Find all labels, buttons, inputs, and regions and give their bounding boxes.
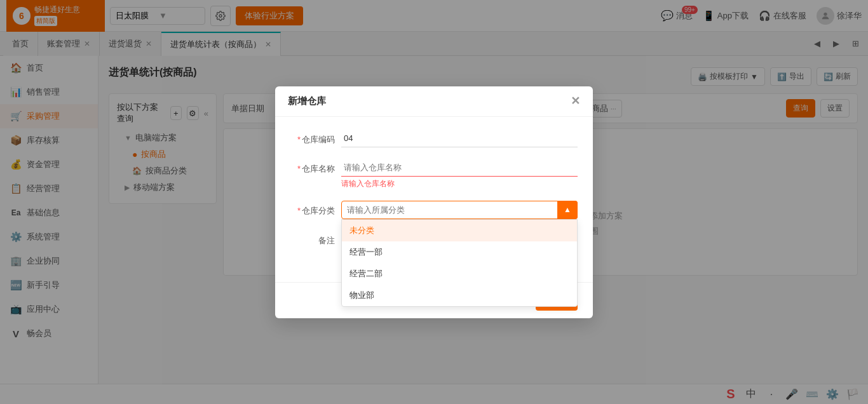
dialog-header: 新增仓库 ✕ bbox=[275, 86, 593, 117]
category-dropdown-list: 未分类 经营一部 经营二部 物业部 bbox=[341, 219, 578, 307]
form-row-category: *仓库分类 ▲ 未分类 经营一部 经营二部 物业部 bbox=[290, 201, 578, 219]
form-row-name: *仓库名称 请输入仓库名称 bbox=[290, 159, 578, 189]
warehouse-name-label: *仓库名称 bbox=[290, 159, 341, 175]
warehouse-code-wrap bbox=[341, 130, 578, 147]
category-dropdown-toggle[interactable]: ▲ bbox=[557, 201, 578, 219]
warehouse-category-input[interactable] bbox=[341, 201, 578, 219]
dropdown-option-ops1[interactable]: 经营一部 bbox=[342, 241, 577, 263]
warehouse-name-input[interactable] bbox=[341, 159, 578, 177]
modal-overlay: 新增仓库 ✕ *仓库编码 *仓库名称 请输入仓库名称 bbox=[0, 0, 868, 404]
dropdown-option-ops2[interactable]: 经营二部 bbox=[342, 263, 577, 285]
warehouse-code-input[interactable] bbox=[341, 130, 578, 147]
dialog-body: *仓库编码 *仓库名称 请输入仓库名称 *仓库分类 bbox=[275, 117, 593, 282]
dialog-close-btn[interactable]: ✕ bbox=[571, 95, 580, 107]
dialog-title: 新增仓库 bbox=[288, 95, 326, 107]
warehouse-name-error: 请输入仓库名称 bbox=[341, 178, 578, 189]
form-row-code: *仓库编码 bbox=[290, 130, 578, 147]
warehouse-category-wrap: ▲ 未分类 经营一部 经营二部 物业部 bbox=[341, 201, 578, 219]
warehouse-category-label: *仓库分类 bbox=[290, 201, 341, 217]
add-warehouse-dialog: 新增仓库 ✕ *仓库编码 *仓库名称 请输入仓库名称 bbox=[275, 86, 593, 318]
chevron-up-icon: ▲ bbox=[564, 205, 571, 214]
dropdown-option-property[interactable]: 物业部 bbox=[342, 285, 577, 306]
warehouse-name-wrap: 请输入仓库名称 bbox=[341, 159, 578, 189]
dropdown-option-unclassified[interactable]: 未分类 bbox=[342, 220, 577, 241]
warehouse-code-label: *仓库编码 bbox=[290, 130, 341, 145]
notes-label: 备注 bbox=[290, 231, 341, 246]
